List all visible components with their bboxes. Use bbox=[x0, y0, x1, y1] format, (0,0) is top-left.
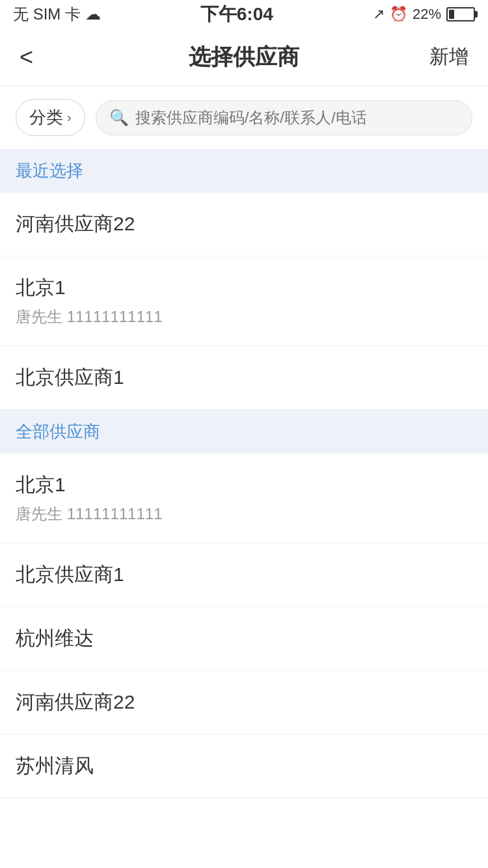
all-list: 北京1唐先生 11111111111北京供应商1杭州维达河南供应商22苏州清风 bbox=[0, 454, 488, 798]
item-name: 北京1 bbox=[16, 472, 472, 498]
location-icon: ↗ bbox=[373, 6, 385, 23]
item-name: 河南供应商22 bbox=[16, 689, 472, 716]
list-item[interactable]: 北京1唐先生 11111111111 bbox=[0, 256, 488, 346]
list-item[interactable]: 杭州维达 bbox=[0, 607, 488, 671]
item-name: 北京供应商1 bbox=[16, 562, 472, 588]
category-label: 分类 bbox=[29, 106, 63, 129]
status-bar: 无 SIM 卡 ☁ 下午6:04 ↗ ⏰ 22% bbox=[0, 0, 488, 29]
list-item[interactable]: 北京1唐先生 11111111111 bbox=[0, 454, 488, 543]
item-name: 北京供应商1 bbox=[16, 364, 472, 391]
item-contact: 唐先生 11111111111 bbox=[16, 306, 472, 327]
battery-icon bbox=[446, 7, 475, 21]
all-section-header: 全部供应商 bbox=[0, 410, 488, 454]
status-time: 下午6:04 bbox=[200, 2, 273, 27]
alarm-icon: ⏰ bbox=[390, 6, 407, 23]
list-item[interactable]: 北京供应商1 bbox=[0, 346, 488, 410]
nav-bar: < 选择供应商 新增 bbox=[0, 29, 488, 86]
status-left: 无 SIM 卡 ☁ bbox=[13, 4, 101, 25]
list-item[interactable]: 苏州清风 bbox=[0, 735, 488, 798]
back-button[interactable]: < bbox=[20, 44, 59, 71]
filter-bar: 分类 › 🔍 bbox=[0, 86, 488, 149]
add-button[interactable]: 新增 bbox=[429, 44, 468, 70]
recent-list: 河南供应商22北京1唐先生 11111111111北京供应商1 bbox=[0, 193, 488, 410]
search-box[interactable]: 🔍 bbox=[96, 100, 472, 135]
battery-fill bbox=[449, 10, 454, 19]
chevron-right-icon: › bbox=[67, 110, 72, 125]
sim-status: 无 SIM 卡 ☁ bbox=[13, 4, 101, 25]
list-item[interactable]: 河南供应商22 bbox=[0, 193, 488, 256]
item-name: 北京1 bbox=[16, 275, 472, 301]
search-icon: 🔍 bbox=[109, 109, 129, 127]
status-right: ↗ ⏰ 22% bbox=[373, 6, 475, 23]
battery-percent: 22% bbox=[413, 6, 441, 23]
item-name: 杭州维达 bbox=[16, 625, 472, 652]
item-contact: 唐先生 11111111111 bbox=[16, 504, 472, 524]
list-item[interactable]: 北京供应商1 bbox=[0, 543, 488, 607]
list-item[interactable]: 河南供应商22 bbox=[0, 671, 488, 735]
recent-section-header: 最近选择 bbox=[0, 149, 488, 193]
category-filter[interactable]: 分类 › bbox=[16, 99, 85, 136]
item-name: 河南供应商22 bbox=[16, 211, 472, 237]
page-title: 选择供应商 bbox=[189, 42, 299, 72]
item-name: 苏州清风 bbox=[16, 753, 472, 780]
search-input[interactable] bbox=[135, 109, 459, 127]
